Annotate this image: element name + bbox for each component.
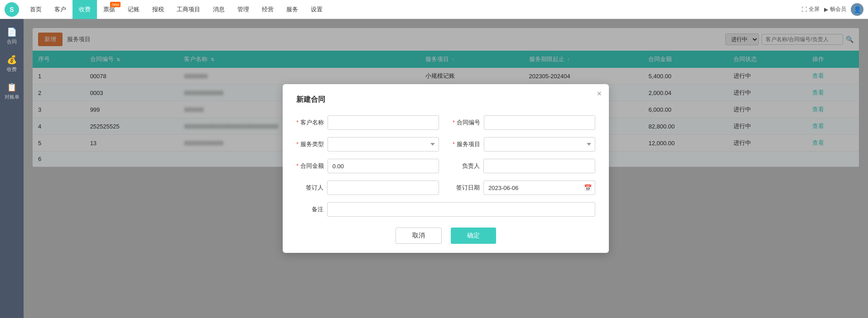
fullscreen-label: 全屏 [809,5,820,13]
fullscreen-button[interactable]: ⛶ 全屏 [801,5,820,13]
signer-input[interactable] [327,180,439,195]
contract-no-input[interactable] [484,115,595,130]
field-notes: 备注 [296,202,595,217]
field-contract-no: 合同编号 [453,115,595,130]
nav-item-management[interactable]: 管理 [231,0,256,19]
new-contract-modal: × 新建合同 客户名称 合同编号 服务类型 [283,84,609,253]
sidebar-label-contract: 合同 [7,38,17,45]
responsible-input[interactable] [483,159,595,173]
field-service-item: 服务项目 [453,137,595,152]
modal-close-button[interactable]: × [597,90,602,98]
sidebar-item-contract[interactable]: 📄 合同 [0,24,23,49]
logo-text: S [10,6,14,13]
nav-item-invoice[interactable]: 票据 new [97,0,121,19]
main-layout: 📄 合同 💰 收费 📋 对账单 新增 服务项目 进行中 已完成 已取 [0,19,868,318]
nav-item-commerce[interactable]: 工商项目 [170,0,207,19]
sidebar-item-charge[interactable]: 💰 收费 [0,51,23,76]
notes-label: 备注 [296,205,323,214]
logo: S [5,2,19,17]
top-navigation: S 首页 客户 收费 票据 new 记账 报税 工商项目 消息 管理 经营 服务… [0,0,868,19]
sign-date-label: 签订日期 [453,184,480,192]
member-label: 畅会员 [830,5,846,13]
nav-item-home[interactable]: 首页 [24,0,48,19]
customer-name-label: 客户名称 [296,119,324,127]
notes-input[interactable] [327,202,595,217]
service-item-form-label: 服务项目 [453,140,480,148]
modal-overlay: × 新建合同 客户名称 合同编号 服务类型 [24,19,868,318]
user-avatar[interactable]: 👤 [851,3,863,16]
charge-icon: 💰 [7,55,17,65]
nav-item-service[interactable]: 服务 [280,0,304,19]
responsible-label: 负责人 [453,162,480,170]
field-customer-name: 客户名称 [296,115,439,130]
signer-label: 签订人 [296,184,323,192]
service-type-label: 服务类型 [296,140,324,148]
user-icon: 👤 [854,6,861,13]
service-type-select[interactable] [328,137,439,152]
nav-item-settings[interactable]: 设置 [304,0,329,19]
video-icon: ▶ [824,6,828,13]
nav-item-message[interactable]: 消息 [207,0,231,19]
sidebar: 📄 合同 💰 收费 📋 对账单 [0,19,24,318]
sign-date-input[interactable] [483,180,595,195]
field-sign-date: 签订日期 📅 [453,180,595,195]
service-item-select[interactable] [484,137,595,152]
nav-menu: 首页 客户 收费 票据 new 记账 报税 工商项目 消息 管理 经营 服务 设… [24,0,801,19]
field-service-type: 服务类型 [296,137,439,152]
modal-footer: 取消 确定 [296,228,595,244]
modal-title: 新建合同 [296,95,595,104]
nav-item-tax[interactable]: 报税 [146,0,170,19]
nav-right: ⛶ 全屏 ▶ 畅会员 👤 [801,3,863,16]
nav-item-operation[interactable]: 经营 [256,0,280,19]
customer-name-input[interactable] [328,115,439,130]
sidebar-label-charge: 收费 [7,66,17,73]
calendar-icon[interactable]: 📅 [584,184,592,191]
reconciliation-icon: 📋 [7,82,17,92]
nav-item-bookkeeping[interactable]: 记账 [121,0,146,19]
field-signer: 签订人 [296,180,439,195]
field-amount: 合同金额 [296,159,439,173]
content-area: 新增 服务项目 进行中 已完成 已取消 🔍 [24,19,868,318]
contract-no-label: 合同编号 [453,119,480,127]
nav-item-customer[interactable]: 客户 [48,0,72,19]
cancel-button[interactable]: 取消 [395,228,442,244]
sidebar-item-reconciliation[interactable]: 📋 对账单 [0,79,23,104]
amount-input[interactable] [328,159,439,173]
confirm-button[interactable]: 确定 [451,228,496,244]
fullscreen-icon: ⛶ [801,6,807,13]
nav-item-charge[interactable]: 收费 [72,0,97,19]
member-button[interactable]: ▶ 畅会员 [824,5,846,13]
form-grid: 客户名称 合同编号 服务类型 服务项目 [296,115,595,195]
contract-icon: 📄 [7,27,17,37]
sign-date-wrapper: 📅 [483,180,595,195]
amount-label: 合同金额 [296,162,324,170]
sidebar-label-reconciliation: 对账单 [5,94,19,100]
new-badge: new [110,2,121,7]
field-responsible: 负责人 [453,159,595,173]
